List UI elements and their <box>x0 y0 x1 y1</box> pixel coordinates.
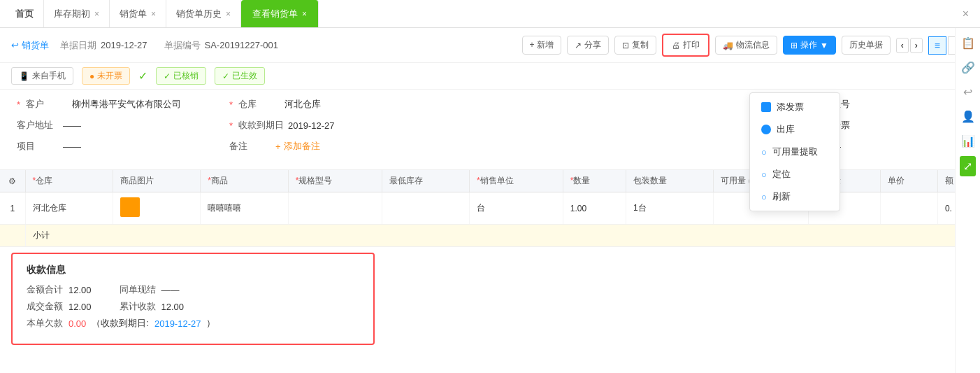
close-view-sales[interactable]: × <box>302 9 307 19</box>
refresh-icon: ○ <box>761 192 767 202</box>
th-unit-price: 单价 <box>881 170 938 192</box>
dropdown-available-qty[interactable]: ○ 可用量提取 <box>750 141 840 163</box>
row-spec <box>288 192 382 225</box>
th-settings: ⚙ <box>0 170 25 192</box>
address-field: 客户地址 —— <box>17 119 212 132</box>
tab-sales-order[interactable]: 销货单 × <box>110 0 166 27</box>
same-order-label: 同单现结 <box>120 283 156 296</box>
sub-toolbar: 📱 来自手机 ● 未开票 ✓ ✓ 已核销 ✓ 已生效 <box>0 63 980 90</box>
total-item: 金额合计 12.00 <box>27 283 92 296</box>
prev-record-button[interactable]: ‹ <box>896 38 909 53</box>
tab-sales-history[interactable]: 销货单历史 × <box>166 0 241 27</box>
copy-button[interactable]: ⊡ 复制 <box>614 36 656 55</box>
logistics-icon: 🚚 <box>723 41 733 50</box>
row-product: 嘻嘻嘻嘻 <box>201 192 288 225</box>
transaction-label: 成交金额 <box>27 300 63 313</box>
print-icon: 🖨 <box>672 41 680 50</box>
tab-inventory-init[interactable]: 库存期初 × <box>44 0 110 27</box>
doc-number: 单据编号 SA-20191227-001 <box>164 39 279 52</box>
phone-icon: 📱 <box>19 71 29 81</box>
payment-date-required: * <box>229 120 233 131</box>
history-button[interactable]: 历史单据 <box>842 36 891 55</box>
project-value: —— <box>63 141 81 152</box>
due-date: 2019-12-27 <box>154 318 201 329</box>
same-order-item: 同单现结 —— <box>120 283 180 296</box>
due-value: 0.00 <box>69 318 86 329</box>
add-note-button[interactable]: + 添加备注 <box>275 140 320 153</box>
customer-field: * 客户 柳州粤港平安气体有限公司 <box>17 98 212 111</box>
warehouse-value: 河北仓库 <box>284 98 321 111</box>
date-value: 2019-12-27 <box>101 40 147 50</box>
dropdown-add-invoice[interactable]: 添发票 <box>750 96 840 118</box>
dropdown-locate[interactable]: ○ 定位 <box>750 163 840 185</box>
project-label: 项目 <box>17 140 59 153</box>
list-view-button[interactable]: ≡ <box>928 36 946 55</box>
doc-meta: 单据日期 2019-12-27 单据编号 SA-20191227-001 <box>60 39 511 52</box>
outbound-label: 出库 <box>777 123 795 136</box>
close-sales-history[interactable]: × <box>226 9 231 19</box>
same-order-value: —— <box>161 285 180 295</box>
locate-icon: ○ <box>761 169 767 180</box>
sidebar-icon-expand[interactable]: ⤢ <box>960 156 976 176</box>
not-open-tag: ● 未开票 <box>82 67 130 85</box>
tab-view-sales[interactable]: 查看销货单 × <box>241 0 319 27</box>
transaction-item: 成交金额 12.00 <box>27 300 92 313</box>
payment-row-2: 成交金额 12.00 累计收款 12.00 <box>27 300 359 313</box>
print-button-wrapper: 🖨 打印 <box>662 34 709 57</box>
cumulative-value: 12.00 <box>161 302 185 312</box>
cumulative-item: 累计收款 12.00 <box>120 300 185 313</box>
th-min-stock: 最低库存 <box>382 170 469 192</box>
subtotal-text: 小计 <box>25 225 980 247</box>
operate-button[interactable]: ⊞ 操作 ▼ <box>783 36 836 55</box>
available-qty-icon: ○ <box>761 147 767 157</box>
payment-box: 收款信息 金额合计 12.00 同单现结 —— 成交金额 12.00 累计收款 … <box>11 253 375 345</box>
plus-icon: + <box>275 141 281 152</box>
tab-bar: 首页 库存期初 × 销货单 × 销货单历史 × 查看销货单 × × <box>0 0 980 28</box>
warehouse-field: * 仓库 河北仓库 <box>229 98 425 111</box>
print-button[interactable]: 🖨 打印 <box>665 36 707 54</box>
row-num: 1 <box>0 192 25 225</box>
close-sales-order[interactable]: × <box>151 9 156 19</box>
customer-label: 客户 <box>26 98 68 111</box>
address-label: 客户地址 <box>17 119 59 132</box>
sidebar-icon-5[interactable]: 📊 <box>958 132 978 150</box>
payment-title: 收款信息 <box>27 264 359 276</box>
th-product: *商品 <box>201 170 288 192</box>
close-all-tabs[interactable]: × <box>957 8 974 20</box>
number-value: SA-20191227-001 <box>205 40 279 50</box>
dropdown-refresh[interactable]: ○ 刷新 <box>750 185 840 208</box>
sidebar-icon-4[interactable]: 👤 <box>958 107 978 126</box>
from-phone-button[interactable]: 📱 来自手机 <box>11 67 73 85</box>
circle-icon: ● <box>89 71 94 81</box>
note-field: 备注 + 添加备注 <box>229 140 425 153</box>
check-effect-icon: ✓ <box>222 71 229 81</box>
dropdown-outbound[interactable]: 出库 <box>750 118 840 141</box>
row-package-qty: 1台 <box>626 192 714 225</box>
sidebar-icon-3[interactable]: ↩ <box>960 83 975 101</box>
payment-row-3: 本单欠款 0.00 （收款到期日: 2019-12-27 ） <box>27 317 359 330</box>
dropdown-menu: 添发票 出库 ○ 可用量提取 ○ 定位 ○ 刷新 <box>749 92 840 211</box>
logistics-button[interactable]: 🚚 物流信息 <box>715 36 777 55</box>
sidebar-icon-1[interactable]: 📋 <box>958 34 978 52</box>
payment-date-value: 2019-12-27 <box>288 120 335 131</box>
nav-chevrons: ‹ › <box>896 38 923 53</box>
close-inventory-init[interactable]: × <box>94 9 99 19</box>
operate-dropdown-icon: ▼ <box>820 41 828 50</box>
product-image <box>120 197 140 217</box>
share-button[interactable]: ↗ 分享 <box>567 36 609 55</box>
copy-icon: ⊡ <box>622 41 629 50</box>
th-spec: *规格型号 <box>288 170 382 192</box>
refresh-label: 刷新 <box>772 190 791 203</box>
sidebar-icon-2[interactable]: 🔗 <box>958 58 978 77</box>
due-note: （收款到期日: <box>92 317 149 330</box>
th-warehouse: *仓库 <box>25 170 113 192</box>
cumulative-label: 累计收款 <box>120 300 156 313</box>
new-button[interactable]: + 新增 <box>522 36 561 55</box>
tab-home[interactable]: 首页 <box>6 0 44 27</box>
next-record-button[interactable]: › <box>910 38 923 53</box>
doc-actions: + 新增 ↗ 分享 ⊡ 复制 🖨 打印 🚚 物流信息 ⊞ 操作 <box>522 34 969 57</box>
effective-tag: ✓ 已生效 <box>215 67 265 85</box>
check-circle-icon: ✓ <box>164 71 171 81</box>
row-quantity: 1.00 <box>563 192 626 225</box>
add-invoice-label: 添发票 <box>777 101 804 113</box>
